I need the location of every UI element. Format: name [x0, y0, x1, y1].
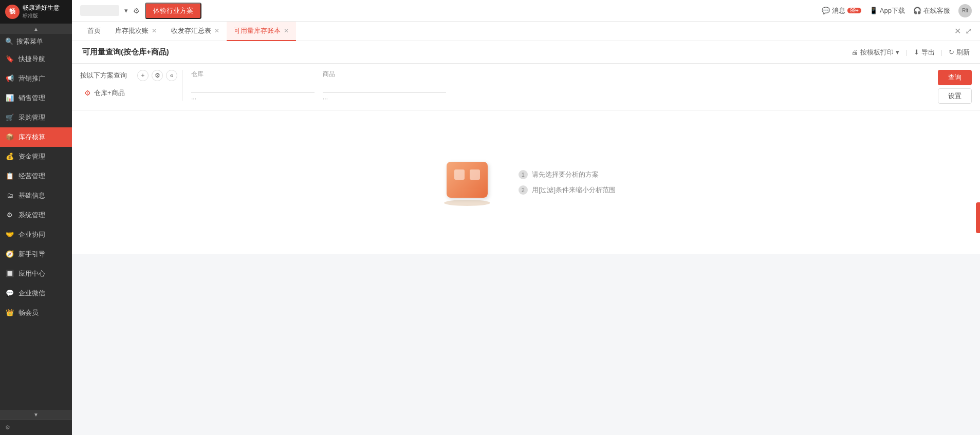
right-scroll-handle[interactable]	[976, 202, 980, 233]
export-icon: ⬇	[914, 48, 919, 56]
sales-icon: 📊	[5, 94, 14, 102]
dropdown-button[interactable]: ▾	[124, 7, 128, 14]
sidebar-search[interactable]: 🔍 搜索菜单	[0, 34, 72, 49]
tab-available-label: 可用量库存账本	[234, 26, 281, 35]
sidebar-item-enterprise[interactable]: 🤝 企业协同	[0, 225, 72, 244]
maximize-window-icon[interactable]: ⤢	[965, 26, 972, 36]
window-controls: ✕ ⤢	[954, 26, 972, 36]
sidebar-item-sales[interactable]: 📊 销售管理	[0, 88, 72, 108]
product-input[interactable]	[323, 81, 446, 93]
message-icon: 💬	[822, 7, 830, 14]
query-button[interactable]: 查询	[938, 70, 972, 85]
product-more-icon[interactable]: ···	[323, 95, 446, 102]
empty-tips: 1 请先选择要分析的方案 2 用[过滤]条件来缩小分析范围	[519, 170, 616, 195]
page-title: 可用量查询(按仓库+商品)	[82, 47, 169, 57]
sidebar-item-wechat[interactable]: 💬 企业微信	[0, 283, 72, 303]
print-button[interactable]: 🖨 按模板打印 ▾	[852, 48, 899, 57]
message-button[interactable]: 💬 消息 99+	[822, 6, 861, 15]
user-avatar[interactable]: Rit	[958, 4, 972, 17]
filter-field-product: 商品 ···	[323, 70, 446, 102]
app-version: 标准版	[23, 12, 60, 20]
warehouse-more-icon[interactable]: ···	[191, 95, 315, 102]
sidebar-item-quick-nav[interactable]: 🔖 快捷导航	[0, 49, 72, 69]
warehouse-input[interactable]	[191, 81, 315, 93]
scheme-item-warehouse-product[interactable]: ⚙ 仓库+商品	[80, 85, 177, 101]
sidebar-item-operation[interactable]: 📋 经营管理	[0, 166, 72, 186]
sidebar-scroll-up[interactable]: ▲	[0, 24, 72, 34]
sidebar-item-label: 快捷导航	[19, 54, 45, 64]
app-logo-icon: 畅	[5, 5, 20, 19]
sidebar-item-label: 采购管理	[19, 113, 45, 122]
purchase-icon: 🛒	[5, 114, 14, 121]
sidebar-item-label: 库存核算	[19, 133, 45, 142]
sidebar-footer: ⚙	[0, 420, 72, 435]
add-scheme-button[interactable]: +	[137, 70, 149, 81]
scheme-item-label: 仓库+商品	[94, 88, 125, 98]
industry-solution-button[interactable]: 体验行业方案	[145, 3, 201, 19]
robot-shadow	[444, 200, 490, 206]
warehouse-field-label: 仓库	[191, 70, 315, 79]
refresh-button[interactable]: ↻ 刷新	[949, 48, 970, 57]
tab-batch[interactable]: 库存批次账 ✕	[108, 22, 164, 41]
export-button[interactable]: ⬇ 导出	[914, 48, 935, 57]
settings-scheme-button[interactable]: ⚙	[152, 70, 163, 81]
app-center-icon: 🔲	[5, 270, 14, 277]
tab-available[interactable]: 可用量库存账本 ✕	[227, 22, 296, 41]
sidebar-item-label: 营销推广	[19, 74, 45, 83]
online-service-button[interactable]: 🎧 在线客服	[913, 6, 950, 15]
marketing-icon: 📢	[5, 74, 14, 82]
sidebar-item-guide[interactable]: 🧭 新手引导	[0, 244, 72, 264]
tab-batch-close[interactable]: ✕	[152, 27, 157, 34]
sidebar-item-purchase[interactable]: 🛒 采购管理	[0, 108, 72, 127]
tab-bar: 首页 库存批次账 ✕ 收发存汇总表 ✕ 可用量库存账本 ✕ ✕ ⤢	[72, 22, 980, 41]
page-actions: 🖨 按模板打印 ▾ | ⬇ 导出 | ↻ 刷新	[852, 48, 970, 57]
scheme-icon: ⚙	[84, 89, 91, 97]
basic-icon: 🗂	[5, 192, 14, 199]
settings-button[interactable]: 设置	[938, 88, 972, 104]
sidebar-search-label: 搜索菜单	[16, 37, 43, 46]
empty-tip-2-text: 用[过滤]条件来缩小分析范围	[532, 185, 616, 195]
page-header: 可用量查询(按仓库+商品) 🖨 按模板打印 ▾ | ⬇ 导出 | ↻ 刷新	[72, 41, 980, 64]
enterprise-icon: 🤝	[5, 231, 14, 238]
close-window-icon[interactable]: ✕	[954, 26, 961, 36]
filter-area: 按以下方案查询 + ⚙ « ⚙ 仓库+商品 仓库 ···	[72, 64, 980, 110]
tab-batch-label: 库存批次账	[115, 26, 149, 35]
action-divider-2: |	[941, 48, 942, 56]
search-icon: 🔍	[5, 37, 13, 45]
empty-tip-1-text: 请先选择要分析的方案	[532, 170, 599, 179]
sidebar-item-basic[interactable]: 🗂 基础信息	[0, 186, 72, 205]
sidebar-nav: 🔖 快捷导航 📢 营销推广 📊 销售管理 🛒 采购管理 📦 库存核算 💰 资金管…	[0, 49, 72, 410]
gear-icon[interactable]: ⚙	[133, 7, 140, 15]
tab-available-close[interactable]: ✕	[284, 27, 289, 34]
tab-summary[interactable]: 收发存汇总表 ✕	[164, 22, 227, 41]
sidebar-item-system[interactable]: ⚙ 系统管理	[0, 205, 72, 225]
filter-fields: 仓库 ··· 商品 ···	[183, 70, 938, 102]
message-label: 消息	[832, 6, 845, 15]
sidebar-item-member[interactable]: 👑 畅会员	[0, 303, 72, 323]
member-icon: 👑	[5, 309, 14, 316]
refresh-icon: ↻	[949, 48, 954, 56]
collapse-scheme-button[interactable]: «	[166, 70, 177, 81]
empty-illustration	[436, 152, 498, 213]
filter-buttons: 查询 设置	[938, 70, 972, 104]
empty-tip-1: 1 请先选择要分析的方案	[519, 170, 616, 179]
sidebar-item-label: 应用中心	[19, 269, 45, 278]
sidebar-item-finance[interactable]: 💰 资金管理	[0, 147, 72, 166]
tab-summary-close[interactable]: ✕	[214, 27, 219, 34]
print-label: 按模板打印	[860, 48, 894, 57]
sidebar-item-label: 资金管理	[19, 152, 45, 161]
sidebar-item-inventory[interactable]: 📦 库存核算	[0, 127, 72, 147]
app-name-text: 畅康通好生意 标准版	[23, 4, 60, 20]
print-dropdown-icon[interactable]: ▾	[896, 48, 899, 56]
sidebar-item-marketing[interactable]: 📢 营销推广	[0, 69, 72, 88]
app-download-button[interactable]: 📱 App下载	[870, 6, 905, 15]
sidebar-item-app-center[interactable]: 🔲 应用中心	[0, 264, 72, 283]
sidebar-item-label: 基础信息	[19, 191, 45, 200]
sidebar-item-label: 畅会员	[19, 308, 39, 317]
top-bar-right: 💬 消息 99+ 📱 App下载 🎧 在线客服 Rit	[822, 4, 972, 17]
settings-footer-icon: ⚙	[5, 424, 10, 431]
sidebar-item-label: 系统管理	[19, 211, 45, 220]
tab-home[interactable]: 首页	[80, 22, 108, 41]
print-icon: 🖨	[852, 48, 858, 56]
sidebar-scroll-down[interactable]: ▼	[0, 410, 72, 420]
